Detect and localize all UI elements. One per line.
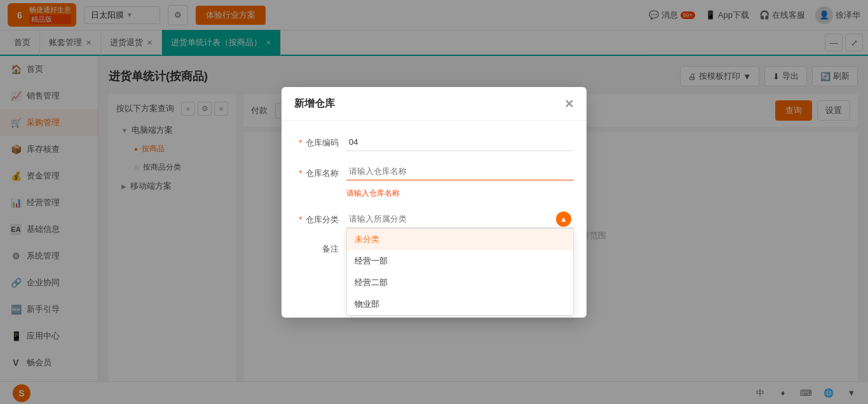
name-label: * 仓库名称 — [294, 164, 339, 179]
dialog-title: 新增仓库 — [294, 97, 335, 111]
form-row-code: * 仓库编码 — [294, 133, 574, 151]
warehouse-name-input[interactable] — [346, 163, 574, 180]
remark-label: 备注 — [294, 239, 339, 255]
category-label: * 仓库分类 — [294, 210, 339, 226]
category-dropdown-list: 未分类 经营一部 经营二部 物业部 — [346, 228, 574, 316]
dialog-header: 新增仓库 ✕ — [281, 87, 587, 121]
category-dropdown-input[interactable] — [346, 210, 574, 228]
name-error-msg: 请输入仓库名称 — [346, 189, 400, 198]
warehouse-code-input[interactable] — [346, 133, 574, 151]
category-dropdown-wrapper: ▲ 未分类 经营一部 经营二部 物业部 — [346, 210, 574, 228]
modal-overlay: 新增仓库 ✕ * 仓库编码 * 仓库名称 — [0, 0, 868, 404]
code-label-text: 仓库编码 — [306, 138, 339, 147]
category-label-text: 仓库分类 — [306, 215, 339, 224]
form-row-name: * 仓库名称 请输入仓库名称 — [294, 163, 574, 199]
form-row-category: * 仓库分类 ▲ 未分类 经营一部 经营二部 物业部 — [294, 210, 574, 228]
dialog-close-button[interactable]: ✕ — [564, 97, 574, 111]
dialog-new-warehouse: 新增仓库 ✕ * 仓库编码 * 仓库名称 — [281, 87, 587, 318]
dropdown-option-2[interactable]: 经营二部 — [347, 272, 573, 293]
dropdown-option-1[interactable]: 经营一部 — [347, 250, 573, 272]
name-label-text: 仓库名称 — [306, 168, 339, 178]
category-dropdown-toggle[interactable]: ▲ — [556, 212, 571, 227]
code-label: * 仓库编码 — [294, 133, 339, 149]
dropdown-option-0[interactable]: 未分类 — [347, 229, 573, 250]
dialog-body: * 仓库编码 * 仓库名称 请输入仓库名称 — [281, 121, 587, 267]
dropdown-option-3[interactable]: 物业部 — [347, 293, 573, 315]
